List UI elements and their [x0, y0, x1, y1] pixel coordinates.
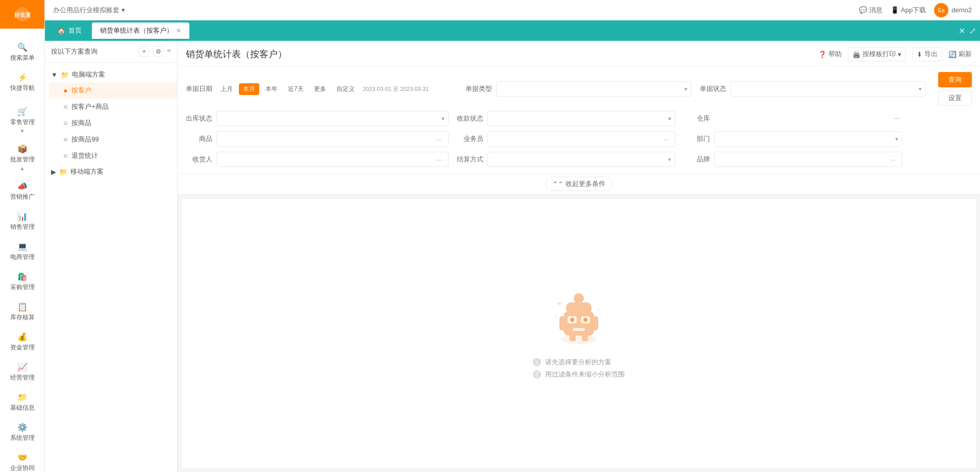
- tab-sales-stat[interactable]: 销货单统计表（按客户） ✕: [92, 22, 189, 39]
- brand-dots[interactable]: ···: [888, 156, 898, 163]
- tree-item-by-customer-label: 按客户: [71, 86, 91, 95]
- date-tab-custom[interactable]: 自定义: [332, 83, 359, 95]
- receipt-status-select[interactable]: [487, 111, 676, 126]
- sidebar-item-retail[interactable]: 🛒 零售管理 ▼: [0, 102, 44, 139]
- sidebar-item-marketing[interactable]: 📣 营销推广: [0, 176, 44, 206]
- scheme-settings-button[interactable]: ⚙: [153, 46, 164, 57]
- sidebar-item-system[interactable]: ⚙️ 系统管理: [0, 417, 44, 447]
- svg-rect-12: [582, 334, 588, 341]
- print-label: 按模板打印: [863, 50, 896, 59]
- salesman-dots[interactable]: ···: [661, 135, 671, 143]
- filter-settings-button[interactable]: 设置: [938, 90, 972, 106]
- sidebar-item-inventory[interactable]: 📋 库存核算: [0, 297, 44, 327]
- page-header: 销货单统计表（按客户） ❓ 帮助 🖨️ 按模板打印 ▾ ⬇ 导出: [178, 41, 980, 66]
- sidebar-item-finance[interactable]: 💰 资金管理: [0, 327, 44, 357]
- sidebar-item-basic[interactable]: 📁 基础信息: [0, 387, 44, 417]
- svg-rect-11: [570, 334, 576, 341]
- tree-group-desktop-header[interactable]: ▼ 📁 电脑端方案: [45, 67, 177, 82]
- tab-home[interactable]: 🏠 首页: [49, 22, 90, 39]
- date-tab-last7[interactable]: 近7天: [284, 83, 308, 95]
- query-buttons: 查询 设置: [938, 72, 972, 106]
- sidebar-item-wholesale[interactable]: 📦 批发管理 ▲: [0, 139, 44, 176]
- print-button[interactable]: 🖨️ 按模板打印 ▾: [848, 47, 906, 61]
- shortcut-icon: ⚡: [17, 73, 28, 82]
- enterprise-icon: 🤝: [17, 453, 28, 462]
- filter-row-3: 商品 ··· 业务员 ··· 部门: [186, 131, 972, 147]
- search-icon: 🔍: [17, 42, 28, 52]
- tree-item-by-customer[interactable]: ● 按客户: [49, 82, 177, 99]
- app-download-button[interactable]: 📱 App下载: [891, 6, 926, 15]
- warehouse-dots[interactable]: ···: [892, 114, 902, 123]
- industry-label: 办公用品行业模拟账套: [53, 6, 119, 15]
- doc-status-select-wrap: [730, 81, 926, 97]
- dropdown-arrow-icon: ▾: [121, 6, 125, 14]
- empty-tip-2-text: 用过滤条件来缩小分析范围: [545, 370, 625, 379]
- tree-item-return-stat[interactable]: ≡ 退货统计: [49, 148, 177, 164]
- filter-warehouse: 仓库 ···: [683, 114, 902, 123]
- date-tab-this-year[interactable]: 本年: [261, 83, 282, 95]
- collapse-more-button[interactable]: ⌃⌃ 收起更多条件: [546, 177, 612, 191]
- tree-item-by-goods99[interactable]: ≡ 按商品99: [49, 131, 177, 148]
- main-area: 办公用品行业模拟账套 ▾ 💬 消息 📱 App下载 Ea demo2 🏠 首页: [45, 0, 980, 472]
- date-tab-this-month[interactable]: 本月: [239, 83, 259, 95]
- tree-group-mobile-header[interactable]: ▶ 📁 移动端方案: [45, 164, 177, 179]
- sidebar-item-purchase[interactable]: 🛍️ 采购管理: [0, 267, 44, 297]
- brand-control: ···: [714, 152, 902, 167]
- help-button[interactable]: ❓ 帮助: [818, 50, 842, 59]
- minimize-icon[interactable]: ✕: [959, 26, 965, 36]
- sidebar-item-search[interactable]: 🔍 搜索菜单: [0, 37, 44, 67]
- recipient-dots[interactable]: ···: [434, 156, 444, 163]
- out-status-select[interactable]: [216, 111, 449, 126]
- message-icon: 💬: [859, 6, 867, 14]
- dept-select[interactable]: [714, 131, 902, 147]
- doc-status-select[interactable]: [730, 81, 926, 97]
- tree-item-by-customer-goods[interactable]: ≡ 按客户+商品: [49, 99, 177, 115]
- home-icon: 🏠: [57, 27, 65, 35]
- top-header-left: 办公用品行业模拟账套 ▾: [53, 6, 125, 15]
- sidebar-item-operations[interactable]: 📈 经营管理: [0, 357, 44, 387]
- recipient-label: 收货人: [186, 155, 216, 164]
- svg-rect-10: [593, 316, 598, 331]
- tab-close-button[interactable]: ✕: [176, 27, 181, 34]
- tree-group-desktop: ▼ 📁 电脑端方案 ● 按客户 ≡ 按客户+商品: [45, 67, 177, 164]
- print-dropdown-icon: ▾: [898, 51, 901, 58]
- settlement-select[interactable]: [487, 152, 676, 167]
- doc-type-select-wrap: [496, 81, 692, 97]
- tree-group-arrow: ▼: [51, 71, 58, 79]
- date-tab-more[interactable]: 更多: [310, 83, 330, 95]
- purchase-icon: 🛍️: [17, 272, 28, 281]
- filter-salesman: 业务员 ···: [457, 131, 676, 147]
- query-button[interactable]: 查询: [938, 72, 972, 87]
- filter-row-4: 收货人 ··· 结算方式: [186, 152, 972, 167]
- export-icon: ⬇: [917, 51, 922, 58]
- empty-tip-2: 2 用过滤条件来缩小分析范围: [533, 370, 625, 379]
- date-tab-last-month[interactable]: 上月: [216, 83, 237, 95]
- message-button[interactable]: 💬 消息: [859, 6, 883, 15]
- svg-rect-3: [564, 311, 594, 336]
- settlement-select-wrap: [487, 152, 676, 167]
- sidebar-item-ecommerce[interactable]: 💻 电商管理: [0, 237, 44, 267]
- user-menu[interactable]: Ea demo2: [934, 3, 972, 17]
- svg-text:好生意: 好生意: [14, 12, 31, 18]
- refresh-button[interactable]: 🔄 刷新: [948, 50, 972, 59]
- tab-sales-stat-label: 销货单统计表（按客户）: [100, 26, 173, 35]
- salesman-label: 业务员: [457, 134, 487, 144]
- doc-type-control: [496, 81, 692, 97]
- filter-brand: 品牌 ···: [683, 152, 902, 167]
- doc-type-select[interactable]: [496, 81, 692, 97]
- sidebar-item-shortcut[interactable]: ⚡ 快捷导航: [0, 67, 44, 98]
- tree-item-by-goods[interactable]: ≡ 按商品: [49, 115, 177, 131]
- export-button[interactable]: ⬇ 导出: [912, 47, 942, 61]
- panel-collapse-button[interactable]: «: [167, 46, 171, 57]
- industry-dropdown[interactable]: 办公用品行业模拟账套 ▾: [53, 6, 125, 15]
- maximize-icon[interactable]: ⤢: [969, 26, 976, 36]
- out-status-control: [216, 111, 449, 126]
- sidebar-item-sales[interactable]: 📊 销售管理: [0, 206, 44, 237]
- tree-group-desktop-label: 电脑端方案: [72, 70, 105, 79]
- folder-mobile-icon: 📁: [59, 168, 67, 176]
- add-scheme-button[interactable]: +: [138, 46, 150, 57]
- goods-dots[interactable]: ···: [434, 135, 444, 143]
- left-panel: 按以下方案查询 + ⚙ « ▼ 📁 电脑端方案: [45, 41, 178, 472]
- sidebar-item-enterprise[interactable]: 🤝 企业协同: [0, 447, 44, 472]
- finance-icon: 💰: [17, 332, 28, 342]
